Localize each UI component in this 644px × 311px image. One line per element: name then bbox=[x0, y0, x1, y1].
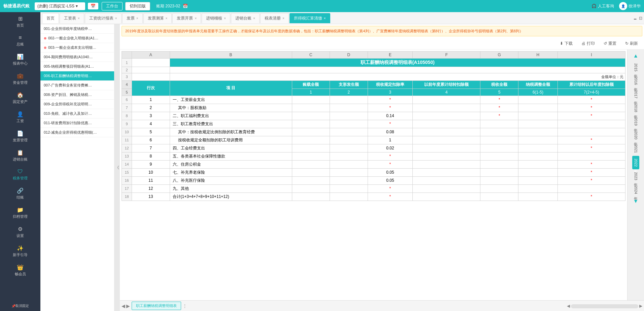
nav-left-icon[interactable]: ◀ bbox=[122, 303, 125, 309]
sidebar-item-archive[interactable]: 📁 归档管理 bbox=[0, 203, 40, 222]
cell-f[interactable] bbox=[413, 160, 480, 168]
year-2019[interactable]: 2019年 bbox=[632, 115, 639, 128]
cell-c[interactable] bbox=[292, 96, 330, 104]
sidebar-item-guide[interactable]: ✨ 新手引导 bbox=[0, 242, 40, 261]
cell-d[interactable] bbox=[330, 136, 368, 144]
year-2022[interactable]: 2022年 bbox=[632, 156, 639, 169]
cell-c[interactable] bbox=[292, 104, 330, 112]
cell-g[interactable]: * bbox=[480, 104, 518, 112]
cell-g[interactable] bbox=[480, 128, 518, 136]
cell-g[interactable] bbox=[480, 152, 518, 160]
cell-h[interactable] bbox=[518, 168, 558, 176]
cell-i[interactable]: * bbox=[557, 144, 625, 152]
cell-h[interactable] bbox=[518, 136, 558, 144]
cell-d[interactable] bbox=[330, 144, 368, 152]
close-icon[interactable]: × bbox=[324, 16, 326, 20]
nav-right-icon[interactable]: ▶ bbox=[126, 303, 130, 309]
year-down-button[interactable]: ▼ bbox=[632, 197, 640, 206]
cell-e[interactable]: * bbox=[368, 193, 413, 201]
tab-salary[interactable]: 工资表 × bbox=[60, 13, 84, 23]
cell-i[interactable]: * bbox=[557, 96, 625, 104]
left-item-008[interactable]: 008-资产折旧、摊销及纳税… bbox=[40, 90, 114, 100]
cell-g[interactable] bbox=[480, 120, 518, 128]
cell-i[interactable]: * bbox=[557, 168, 625, 176]
tab-salary-stats[interactable]: 工资统计报表 × bbox=[85, 13, 122, 23]
old-version-button[interactable]: 切到旧版 bbox=[125, 2, 150, 10]
left-item-002[interactable]: ⊗ 002-一般企业收入明细表(A1… bbox=[40, 34, 114, 43]
sidebar-item-ledger[interactable]: ≡ 总账 bbox=[0, 31, 40, 50]
cell-f[interactable] bbox=[413, 193, 480, 201]
cell-c[interactable] bbox=[292, 160, 330, 168]
cell-i[interactable]: * bbox=[557, 112, 625, 120]
cell-c[interactable] bbox=[292, 168, 330, 176]
cell-i[interactable]: * bbox=[557, 193, 625, 201]
sidebar-item-invoice[interactable]: 📄 发票管理 bbox=[0, 127, 40, 146]
cell-h[interactable] bbox=[518, 96, 558, 104]
cell-e[interactable]: * bbox=[368, 184, 413, 193]
sidebar-item-sales[interactable]: 📋 进销台账 bbox=[0, 146, 40, 165]
year-2016[interactable]: 2016年 bbox=[632, 74, 639, 88]
year-2021[interactable]: 2021年 bbox=[632, 142, 639, 156]
year-2017[interactable]: 2017年 bbox=[632, 88, 639, 101]
year-2023[interactable]: 2023年 bbox=[632, 169, 639, 183]
close-icon[interactable]: × bbox=[253, 16, 255, 20]
cell-h[interactable] bbox=[518, 160, 558, 168]
sidebar-item-vip[interactable]: 👑 畅会员 bbox=[0, 261, 40, 280]
cell-i[interactable] bbox=[557, 184, 625, 193]
cell-e[interactable]: 0.14 bbox=[368, 112, 413, 120]
cell-f[interactable] bbox=[413, 120, 480, 128]
tab-tax-table[interactable]: 税表清册 × bbox=[260, 13, 289, 23]
sidebar-item-settings[interactable]: ⚙ 设置 bbox=[0, 222, 40, 242]
cell-e[interactable]: 1 bbox=[368, 136, 413, 144]
period-calendar-icon[interactable]: 📅 bbox=[183, 4, 188, 8]
cell-h[interactable] bbox=[518, 120, 558, 128]
close-icon[interactable]: × bbox=[115, 16, 117, 20]
left-item-001[interactable]: 001-企业所得税年度纳税申… bbox=[40, 24, 114, 34]
refresh-button[interactable]: ↻ 刷新 bbox=[622, 40, 641, 47]
left-item-007[interactable]: 007-广告费和业务宣传费摊… bbox=[40, 81, 114, 90]
cell-f[interactable] bbox=[413, 136, 480, 144]
close-icon[interactable]: × bbox=[195, 16, 197, 20]
left-item-004[interactable]: 004-期间费用明细表(A1040… bbox=[40, 53, 114, 62]
cell-c[interactable] bbox=[292, 112, 330, 120]
cell-e[interactable]: 0.08 bbox=[368, 128, 413, 136]
cell-d[interactable] bbox=[330, 152, 368, 160]
close-icon[interactable]: × bbox=[166, 16, 168, 20]
cell-f[interactable] bbox=[413, 184, 480, 193]
cell-c[interactable] bbox=[292, 136, 330, 144]
cell-h[interactable] bbox=[518, 152, 558, 160]
panel-collapse-button[interactable]: 《 bbox=[114, 24, 120, 311]
cell-h[interactable] bbox=[518, 184, 558, 193]
cell-d[interactable] bbox=[330, 96, 368, 104]
tab-invoice-calc[interactable]: 发票测算 × bbox=[143, 13, 172, 23]
left-item-010[interactable]: 010-免税、减计收入及加计… bbox=[40, 109, 114, 118]
cell-h[interactable] bbox=[518, 193, 558, 201]
cell-d[interactable] bbox=[330, 184, 368, 193]
maximize-icon[interactable]: ⊡ bbox=[639, 16, 642, 21]
cell-i[interactable]: * bbox=[557, 104, 625, 112]
sidebar-item-reports[interactable]: 📊 报表中心 bbox=[0, 50, 40, 69]
cell-g[interactable] bbox=[480, 144, 518, 152]
left-item-005[interactable]: 005-纳税调整项目明细表(A1… bbox=[40, 62, 114, 71]
year-up-button[interactable]: ▲ bbox=[632, 51, 640, 61]
cell-g[interactable] bbox=[480, 160, 518, 168]
cell-f[interactable] bbox=[413, 104, 480, 112]
tab-ledger[interactable]: 进销台账 × bbox=[231, 13, 260, 23]
tab-invoice-issue[interactable]: 发票开票 × bbox=[172, 13, 201, 23]
cell-i[interactable] bbox=[557, 128, 625, 136]
sidebar-item-tax[interactable]: 🛡 税务管理 bbox=[0, 165, 40, 184]
tab-audit[interactable]: 进销稽核 × bbox=[202, 13, 230, 23]
bottom-sheet-tab[interactable]: 职工薪酬纳税调整明细表 bbox=[132, 302, 181, 310]
print-button[interactable]: 🖨 打印 bbox=[579, 40, 598, 47]
cell-i[interactable] bbox=[557, 120, 625, 128]
close-icon[interactable]: × bbox=[224, 16, 226, 20]
close-icon[interactable]: × bbox=[136, 16, 138, 20]
download-button[interactable]: ⬇ 下载 bbox=[557, 40, 575, 47]
cell-g[interactable]: * bbox=[480, 96, 518, 104]
cell-g[interactable]: * bbox=[480, 112, 518, 120]
cell-g[interactable] bbox=[480, 184, 518, 193]
cell-g[interactable] bbox=[480, 136, 518, 144]
minimize-icon[interactable]: 🗕 bbox=[633, 16, 637, 21]
year-2018[interactable]: 2018年 bbox=[632, 101, 639, 115]
company-selector[interactable]: (勿删) 江西皖宝-LSS ▾ bbox=[35, 2, 85, 10]
